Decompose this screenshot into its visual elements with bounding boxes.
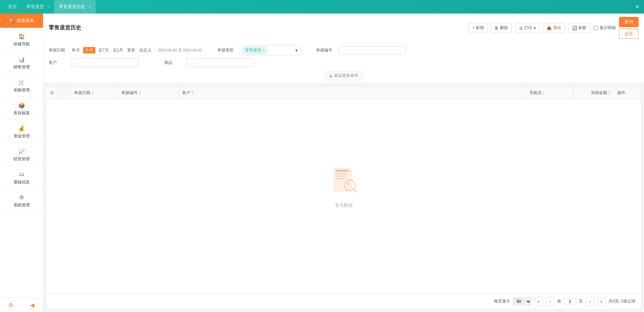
page-title: 零售退货历史: [49, 24, 81, 31]
sidebar-bottom: ⚙ ◀: [0, 298, 43, 312]
customer-filter-select[interactable]: ...: [71, 58, 139, 67]
refresh-icon: 🔄: [572, 26, 577, 30]
guide-sort[interactable]: ▲▼: [543, 90, 545, 95]
page-number-input[interactable]: [564, 298, 576, 305]
refresh-button[interactable]: 🔄 刷新: [568, 23, 590, 33]
system-icon: ⚙: [18, 194, 25, 201]
display-switch: 显示明细: [594, 25, 616, 31]
top-bar: 首页 零售退货 × 零售退货历史 × ×: [0, 0, 644, 14]
svg-line-6: [354, 189, 357, 192]
date-filter-label: 单据日期: [49, 47, 66, 53]
first-page-button[interactable]: «: [534, 297, 543, 306]
query-button[interactable]: 查询: [619, 17, 639, 27]
svg-rect-3: [335, 176, 345, 177]
sidebar-item-sales[interactable]: 📊 销售管理: [0, 51, 43, 74]
th-action: 操作: [614, 86, 641, 99]
th-amount: 实销金额 ▲▼: [573, 86, 614, 99]
date-sort[interactable]: ▲▼: [91, 90, 94, 95]
empty-state: 暂无数据: [46, 99, 641, 293]
delete-icon: 🗑: [495, 26, 499, 30]
basic-info-icon: 🗂: [18, 171, 25, 178]
sidebar: 🔍 搜索菜单 🏠 快捷导航 📊 销售管理 🛒 采购管理 📦 库存核算 💰 资金管…: [0, 14, 43, 312]
sidebar-item-system[interactable]: ⚙ 系统管理: [0, 189, 43, 212]
sidebar-item-inventory[interactable]: 📦 库存核算: [0, 97, 43, 120]
page-unit: 页: [579, 298, 583, 304]
amount-sort[interactable]: ▲▼: [608, 90, 611, 95]
th-date: 单据日期 ▲▼: [71, 86, 118, 99]
gear-icon: ⚙: [50, 90, 54, 95]
print-button[interactable]: 🖨 打印 ▾: [515, 23, 540, 33]
collapse-row: ▲ 收起更多条件: [49, 70, 639, 80]
export-button[interactable]: 📤 导出: [543, 23, 565, 33]
date-option-more[interactable]: 更多: [126, 47, 136, 53]
data-table: ⚙ 单据日期 ▲▼ 单据编号 ▲▼: [46, 86, 641, 309]
th-guide: 导购员 ▲▼: [526, 86, 573, 99]
date-option-today[interactable]: 今天: [83, 47, 95, 53]
delete-button[interactable]: 🗑 删除: [491, 23, 512, 33]
tab-retail-return-close[interactable]: ×: [47, 5, 49, 9]
date-option-custom[interactable]: 自定义: [138, 47, 152, 53]
date-option-1month[interactable]: 近1月: [112, 47, 124, 53]
svg-rect-4: [335, 178, 345, 179]
sidebar-item-purchase[interactable]: 🛒 采购管理: [0, 74, 43, 97]
search-icon: 🔍: [9, 18, 15, 23]
sidebar-search[interactable]: 🔍 搜索菜单: [0, 14, 43, 28]
sidebar-item-quick-nav[interactable]: 🏠 快捷导航: [0, 28, 43, 51]
prev-page-button[interactable]: ‹: [546, 297, 554, 306]
date-option-yesterday[interactable]: 昨天: [71, 47, 81, 53]
customer-filter-label: 客户: [49, 60, 66, 66]
th-id: 单据编号 ▲▼: [118, 86, 179, 99]
type-select-chevron: ▾: [295, 48, 297, 53]
main-content: 零售退货历史 + 新增 🗑 删除 🖨 打印 ▾ 📤 导出: [43, 14, 644, 312]
svg-point-7: [347, 182, 350, 185]
column-settings-button[interactable]: ⚙: [46, 86, 58, 99]
id-sort[interactable]: ▲▼: [139, 90, 141, 95]
goods-filter-select[interactable]: ...: [187, 58, 254, 67]
total-text: 共0页, 0条记录: [609, 298, 636, 304]
number-filter-label: 单据编号: [316, 47, 333, 53]
page-size-label: 每页显示: [494, 298, 510, 304]
collapse-button[interactable]: ▲ 收起更多条件: [325, 71, 363, 80]
page-label: 第: [557, 298, 561, 304]
tab-home[interactable]: 首页: [3, 0, 22, 14]
window-close-button[interactable]: ×: [630, 0, 644, 14]
query-settings-group: 查询 设置: [619, 17, 639, 39]
settings-button[interactable]: 设置: [619, 29, 639, 39]
page-size-select[interactable]: 50 10 20 100: [513, 297, 531, 306]
sidebar-pin-button[interactable]: ◀: [22, 298, 43, 312]
goods-filter-label: 商品: [164, 60, 181, 66]
select-all-checkbox[interactable]: [58, 86, 71, 99]
customer-sort[interactable]: ▲▼: [191, 90, 194, 95]
display-detail-checkbox[interactable]: [594, 26, 598, 30]
type-tag: 零售退货 ×: [243, 47, 267, 54]
empty-icon: [327, 164, 361, 198]
sidebar-item-basic-info[interactable]: 🗂 基础信息: [0, 166, 43, 189]
sidebar-settings-button[interactable]: ⚙: [0, 298, 22, 312]
tab-retail-return[interactable]: 零售退货 ×: [22, 0, 54, 14]
export-icon: 📤: [547, 26, 552, 30]
next-page-button[interactable]: ›: [586, 297, 594, 306]
date-range-display: 2023-06-02 至 2023-06-02: [158, 48, 202, 53]
type-tag-close[interactable]: ×: [263, 48, 265, 52]
table-header-row: ⚙ 单据日期 ▲▼ 单据编号 ▲▼: [46, 86, 641, 99]
svg-rect-2: [335, 173, 347, 174]
tab-retail-return-history[interactable]: 零售退货历史 ×: [54, 0, 95, 14]
svg-rect-1: [335, 170, 349, 172]
print-icon: 🖨: [519, 26, 523, 30]
print-chevron-icon: ▾: [534, 26, 536, 30]
date-option-7days[interactable]: 近7天: [97, 47, 110, 53]
table-container: ⚙ 单据日期 ▲▼ 单据编号 ▲▼: [43, 83, 644, 312]
tab-retail-return-history-close[interactable]: ×: [89, 5, 91, 9]
toolbar: + 新增 🗑 删除 🖨 打印 ▾ 📤 导出 🔄: [469, 17, 639, 39]
checkbox-all[interactable]: [62, 90, 67, 95]
type-filter-select[interactable]: 零售退货 × ▾: [240, 45, 301, 55]
finance-icon: 💰: [18, 125, 25, 132]
empty-text: 暂无数据: [335, 202, 353, 208]
sidebar-item-management[interactable]: 📈 经营管理: [0, 143, 43, 166]
last-page-button[interactable]: »: [597, 297, 606, 306]
new-button[interactable]: + 新增: [469, 23, 487, 33]
number-filter-input[interactable]: [338, 46, 406, 54]
sales-icon: 📊: [18, 55, 25, 63]
th-customer: 客户 ▲▼: [179, 86, 526, 99]
sidebar-item-finance[interactable]: 💰 资金管理: [0, 120, 43, 143]
